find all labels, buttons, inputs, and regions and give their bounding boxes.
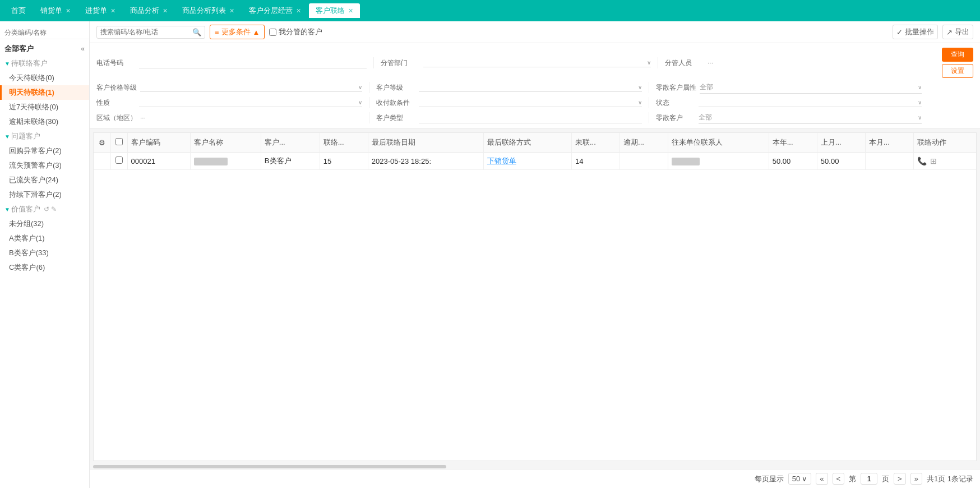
sidebar-item-class-b[interactable]: B类客户(33) [0,246,89,260]
filter-price-grade-select[interactable]: ∨ [140,83,362,92]
nav-customer-segmentation[interactable]: 客户分层经营 ✕ [242,3,308,18]
filter-department-label: 分管部门 [381,58,420,68]
row-checkbox[interactable] [115,156,123,164]
last-page-button[interactable]: » [910,473,922,485]
sidebar-item-class-c[interactable]: C类客户(6) [0,260,89,275]
next-page-button[interactable]: > [894,473,906,485]
sidebar-search-input[interactable] [4,29,89,36]
nav-purchase-close-icon[interactable]: ✕ [110,7,115,15]
th-gear[interactable]: ⚙ [94,133,110,153]
contact-person-blurred [672,158,700,165]
filter-status-select[interactable]: ∨ [699,98,922,107]
nav-purchase[interactable]: 进货单 ✕ [78,3,122,18]
more-filter-button[interactable]: ≡ 更多条件 ▲ [210,25,265,39]
sidebar-item-unclassified[interactable]: 未分组(32) [0,217,89,231]
sidebar-all-customers[interactable]: 全部客户 « [0,42,89,56]
nav-product-analysis[interactable]: 商品分析 ✕ [123,3,174,18]
sidebar-item-churned[interactable]: 已流失客户(24) [0,173,89,187]
filter-phone-input[interactable] [139,58,367,68]
filter-phone-label: 电话号码 [96,58,136,68]
filter-customer-grade: 客户等级 ∨ [376,83,642,93]
filter-region-dots[interactable]: ··· [140,114,146,122]
filter-department-select[interactable]: ∨ [423,58,651,67]
nav-home[interactable]: 首页 [4,3,33,18]
scrollbar-thumb[interactable] [93,465,446,468]
filter-scatter-attr-select[interactable]: 全部 ∨ [700,81,922,94]
filter-row-3: 性质 ∨ 收付款条件 ∨ 状态 [96,97,973,108]
td-this-month [865,153,913,170]
th-checkbox[interactable] [110,133,127,153]
customer-name-blurred [194,158,228,165]
triangle-icon-2: ▼ [4,133,10,140]
page-number-input[interactable] [861,473,877,485]
filter-customer-grade-label: 客户等级 [376,83,415,93]
th-contact-person: 往来单位联系人 [668,133,769,153]
search-box: 🔍 [96,26,205,39]
td-code: 000021 [127,153,190,170]
phone-action-icon[interactable]: 📞 [917,156,927,165]
td-actions: 📞 ⊞ [914,153,976,170]
filter-department: 分管部门 ∨ [381,58,651,68]
sidebar-item-continuous-decline[interactable]: 持续下滑客户(2) [0,187,89,202]
table-header-row: ⚙ 客户编码 客户名称 客户... 联络... 最后联络日期 最后联络方式 未联… [94,133,976,153]
page-label: 第 [849,474,856,484]
sidebar: 🔍 全部客户 « ▼ 待联络客户 今天待联络(0) 明天待联络(1) 近7天待联… [0,21,90,488]
sidebar-item-abnormal-repurchase[interactable]: 回购异常客户(2) [0,144,89,158]
export-button[interactable]: ↗ 导出 [942,25,973,39]
td-last-method[interactable]: 下销货单 [483,153,571,170]
select-all-checkbox[interactable] [115,138,123,145]
filter-manager-label: 分管人员 [665,58,704,68]
value-group-icons[interactable]: ↺ ✎ [44,205,57,213]
filter-customer-type-label: 客户类型 [376,113,415,123]
nav-product-analysis-list[interactable]: 商品分析列表 ✕ [175,3,241,18]
sidebar-item-today-pending[interactable]: 今天待联络(0) [0,71,89,85]
sidebar-item-class-a[interactable]: A类客户(1) [0,231,89,246]
page-size-select[interactable]: 50 ∨ [788,473,811,485]
sidebar-item-tomorrow-pending[interactable]: 明天待联络(1) [0,85,89,100]
setting-button[interactable]: 设置 [942,64,973,78]
nav-customer-contact-close-icon[interactable]: ✕ [348,7,353,15]
filter-row-2: 客户价格等级 ∨ 客户等级 ∨ 零散客户属性 [96,81,973,94]
filter-manager-dots[interactable]: ··· [708,59,713,67]
nav-product-analysis-close-icon[interactable]: ✕ [163,7,168,15]
my-customer-checkbox[interactable]: 我分管的客户 [269,27,322,37]
main-search-icon[interactable]: 🔍 [192,28,201,36]
batch-op-button[interactable]: ✓ 批量操作 [893,25,938,39]
page-size-label: 每页显示 [755,474,784,484]
filter-customer-type-input[interactable] [419,113,642,123]
filter-region-label: 区域（地区） [96,113,137,123]
filter-customer-grade-select[interactable]: ∨ [419,83,642,92]
td-checkbox[interactable] [110,153,127,170]
th-name: 客户名称 [190,133,261,153]
nav-sales[interactable]: 销货单 ✕ [34,3,77,18]
main-layout: 🔍 全部客户 « ▼ 待联络客户 今天待联络(0) 明天待联络(1) 近7天待联… [0,21,980,488]
filter-payment-select[interactable]: ∨ [419,98,642,107]
sidebar-item-7days-pending[interactable]: 近7天待联络(0) [0,100,89,114]
filter-scatter-customer: 零散客户 全部 ∨ [656,112,922,124]
sidebar-value-group: ▼ 价值客户 ↺ ✎ [0,202,89,217]
th-this-month: 本月... [865,133,913,153]
th-overdue: 逾期... [620,133,668,153]
grid-action-icon[interactable]: ⊞ [930,156,937,165]
filter-region: 区域（地区） ··· [96,113,362,123]
sidebar-search-area: 🔍 [0,26,89,39]
filter-payment: 收付款条件 ∨ [376,98,642,108]
prev-page-button[interactable]: < [833,473,845,485]
my-customer-checkbox-input[interactable] [269,29,276,36]
sidebar-item-churn-warning[interactable]: 流失预警客户(3) [0,158,89,173]
nav-customer-contact[interactable]: 客户联络 ✕ [309,3,360,18]
th-last-method: 最后联络方式 [483,133,571,153]
horizontal-scrollbar[interactable] [93,464,977,469]
page-size-value: 50 [792,475,800,483]
nav-product-analysis-list-close-icon[interactable]: ✕ [229,7,234,15]
chevron-down-icon-8: ∨ [918,114,922,121]
filter-scatter-customer-select[interactable]: 全部 ∨ [699,112,922,124]
query-button[interactable]: 查询 [942,48,973,62]
nav-customer-segmentation-close-icon[interactable]: ✕ [296,7,301,15]
filter-nature-select[interactable]: ∨ [139,98,362,107]
first-page-button[interactable]: « [816,473,828,485]
main-search-input[interactable] [100,28,190,36]
sidebar-item-overdue-pending[interactable]: 逾期未联络(30) [0,114,89,129]
filter-row-1: 电话号码 分管部门 ∨ 分管人员 ··· 查询 [96,48,973,78]
nav-sales-close-icon[interactable]: ✕ [66,7,71,15]
